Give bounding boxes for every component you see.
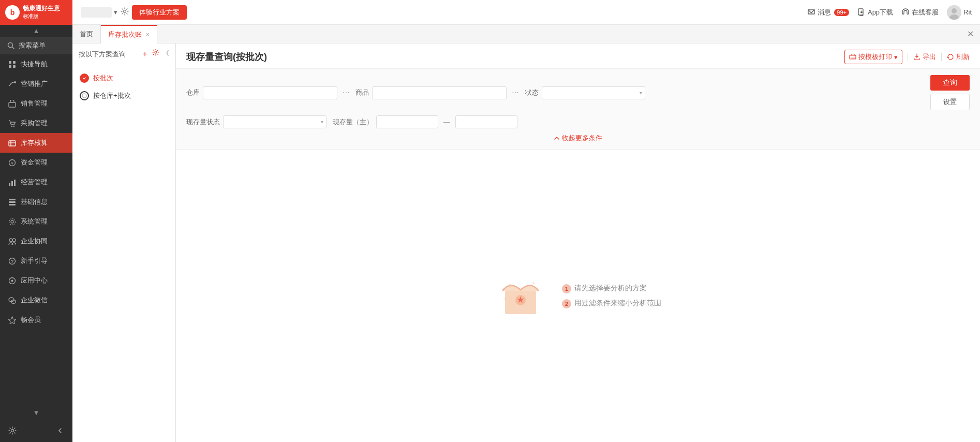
tab-inventory-batch[interactable]: 库存批次账 × [101, 25, 157, 43]
sidebar-title-block: 畅康通好生意 标准版 [23, 5, 60, 20]
svg-rect-10 [9, 141, 16, 146]
collapse-panel-btn[interactable]: 《 [162, 49, 169, 60]
collapse-label: 收起更多条件 [562, 134, 602, 143]
online-service-btn[interactable]: 在线客服 [901, 8, 939, 17]
scheme-icon-by-batch [80, 73, 89, 83]
inventory-qty-filter: 现存量（主） — [333, 115, 517, 128]
product-filter: 商品 ··· [355, 86, 518, 99]
empty-tip-2: 2 用过滤条件来缩小分析范围 [562, 299, 661, 308]
sidebar-item-enterprise-label: 企业协同 [21, 237, 48, 246]
template-print-btn[interactable]: 按模板打印 ▾ [844, 50, 902, 64]
scheme-list: 按批次 按仓库+批次 [72, 65, 175, 442]
svg-marker-31 [8, 317, 16, 324]
settings-btn[interactable]: 设置 [930, 94, 970, 110]
topbar-right: 消息 99+ App下载 在线客服 [807, 5, 972, 20]
sidebar-item-operation-label: 经营管理 [21, 178, 48, 187]
app-download-label: App下载 [868, 8, 893, 17]
svg-rect-2 [9, 61, 11, 64]
export-btn[interactable]: 导出 [913, 52, 936, 62]
add-scheme-btn[interactable]: ＋ [141, 49, 149, 60]
sidebar-item-member[interactable]: 畅会员 [0, 310, 72, 330]
topbar-nav: ▾ 体验行业方案 [81, 5, 802, 20]
product-label: 商品 [355, 88, 369, 97]
industry-solution-btn[interactable]: 体验行业方案 [132, 5, 187, 20]
newbie-icon: ? [7, 256, 17, 266]
sidebar-item-inventory[interactable]: 库存核算 [0, 133, 72, 153]
sidebar-item-appstore[interactable]: 应用中心 [0, 271, 72, 290]
sidebar-settings-btn[interactable] [5, 423, 20, 438]
user-name: Rit [963, 8, 972, 16]
sidebar-scroll-up[interactable]: ▲ [0, 25, 72, 37]
svg-point-36 [952, 8, 957, 13]
action-buttons: 查询 设置 [930, 75, 970, 110]
sidebar-item-search[interactable]: 搜索菜单 [0, 37, 72, 54]
scheme-item-by-batch[interactable]: 按批次 [72, 69, 175, 87]
warehouse-more-btn[interactable]: ··· [343, 88, 349, 97]
message-badge: 99+ [834, 9, 849, 16]
sidebar-item-marketing[interactable]: 营销推广 [0, 74, 72, 94]
sidebar-scroll-down[interactable]: ▼ [0, 407, 72, 419]
refresh-btn[interactable]: 刷新 [947, 52, 970, 62]
status-select[interactable] [542, 86, 645, 99]
sidebar-item-appstore-label: 应用中心 [21, 276, 48, 285]
sidebar-item-purchase[interactable]: 采购管理 [0, 113, 72, 133]
sidebar-item-search-label: 搜索菜单 [19, 41, 46, 50]
svg-point-23 [9, 239, 12, 242]
collapse-more-conditions-btn[interactable]: 收起更多条件 [554, 134, 602, 143]
filter-row-1: 仓库 ··· 商品 ··· 状态 [186, 75, 970, 110]
quick-nav-icon [7, 60, 17, 69]
inventory-status-label: 现存量状态 [186, 117, 220, 127]
svg-point-33 [124, 10, 126, 13]
tip-num-2: 2 [562, 299, 571, 308]
sidebar-item-sales[interactable]: 销售管理 [0, 94, 72, 113]
inventory-qty-max-input[interactable] [455, 115, 517, 128]
tab-home-label: 首页 [80, 30, 93, 39]
sidebar-item-basic-label: 基础信息 [21, 197, 48, 207]
svg-rect-3 [13, 61, 16, 64]
message-btn[interactable]: 消息 99+ [807, 8, 849, 17]
sidebar-item-finance[interactable]: ¥ 资金管理 [0, 153, 72, 172]
topbar-gear-btn[interactable] [121, 7, 129, 17]
svg-point-39 [82, 76, 86, 80]
inventory-qty-dash: — [443, 118, 450, 126]
message-label: 消息 [818, 8, 831, 17]
svg-point-8 [11, 125, 12, 126]
sidebar-item-enterprise[interactable]: 企业协同 [0, 231, 72, 251]
dropdown-arrow-icon: ▾ [114, 8, 117, 16]
svg-line-1 [12, 47, 14, 49]
product-more-btn[interactable]: ··· [512, 88, 518, 97]
purchase-icon [7, 119, 17, 128]
product-input[interactable] [372, 86, 507, 99]
sidebar-item-wechat-label: 企业微信 [21, 296, 48, 305]
scheme-item-by-warehouse-batch[interactable]: 按仓库+批次 [72, 87, 175, 105]
tab-inventory-batch-close[interactable]: × [146, 31, 150, 38]
panel-header-label: 按以下方案查询 [79, 50, 126, 59]
tip-2-text: 用过滤条件来缩小分析范围 [574, 299, 661, 308]
panel-header: 按以下方案查询 ＋ 《 [72, 43, 175, 65]
svg-rect-15 [9, 183, 10, 186]
sidebar-item-quick-nav[interactable]: 快捷导航 [0, 54, 72, 74]
sidebar-item-wechat[interactable]: 企业微信 [0, 290, 72, 310]
warehouse-filter: 仓库 ··· [186, 86, 349, 99]
svg-rect-19 [9, 201, 16, 203]
sidebar-item-system-label: 系统管理 [21, 217, 48, 226]
app-download-btn[interactable]: App下载 [857, 8, 893, 17]
tab-home[interactable]: 首页 [72, 25, 101, 43]
sidebar-item-system[interactable]: 系统管理 [0, 212, 72, 231]
main-area: ▾ 体验行业方案 消息 99+ [72, 0, 980, 442]
sidebar-item-operation[interactable]: 经营管理 [0, 172, 72, 192]
system-icon [7, 217, 17, 226]
inventory-qty-label: 现存量（主） [333, 117, 373, 127]
topbar-dropdown[interactable]: ▾ [81, 7, 117, 18]
inventory-qty-min-input[interactable] [376, 115, 438, 128]
sidebar-collapse-btn[interactable] [53, 423, 67, 438]
inventory-status-select[interactable] [223, 115, 326, 128]
warehouse-input[interactable] [203, 86, 337, 99]
user-avatar-btn[interactable]: Rit [947, 5, 972, 20]
sidebar-item-newbie[interactable]: ? 新手引导 [0, 251, 72, 271]
tab-global-close-btn[interactable]: ✕ [967, 29, 974, 39]
scheme-settings-btn[interactable] [152, 49, 159, 60]
sidebar-item-purchase-label: 采购管理 [21, 119, 48, 128]
query-btn[interactable]: 查询 [930, 75, 970, 91]
sidebar-item-basic[interactable]: 基础信息 [0, 192, 72, 212]
